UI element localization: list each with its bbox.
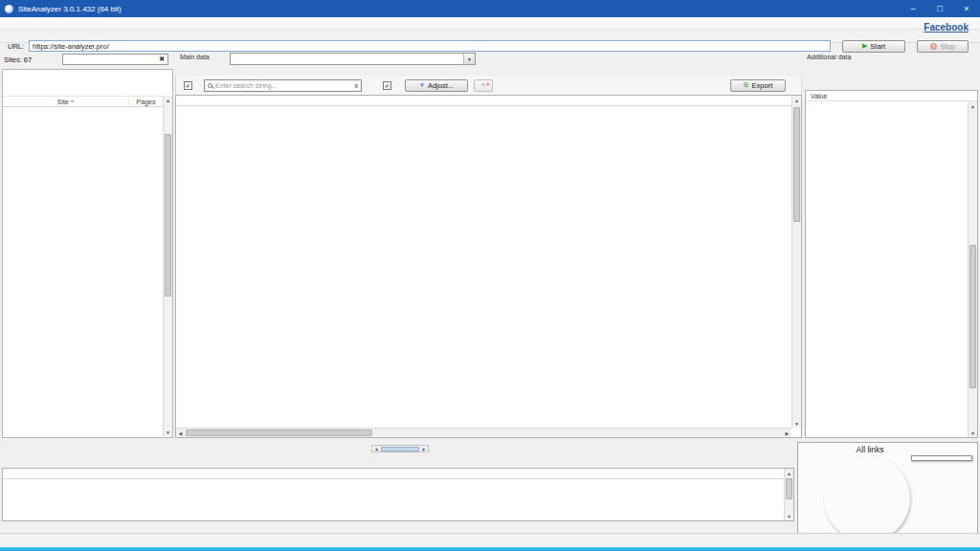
chart-panel: All links bbox=[797, 442, 978, 543]
scroll-up-icon[interactable]: ▲ bbox=[792, 96, 801, 104]
splitter-scrollbar[interactable]: ◀ ▶ bbox=[371, 445, 429, 452]
value-column-header: Value bbox=[806, 91, 977, 101]
search-enable-checkbox[interactable]: ✔ bbox=[184, 81, 192, 90]
table-search-input[interactable]: Enter search string... x bbox=[204, 79, 362, 92]
sites-count-label: Sites: 67 bbox=[4, 55, 32, 64]
export-icon: ⊞ bbox=[744, 81, 749, 89]
table-header-row bbox=[176, 96, 801, 106]
chart-title: All links bbox=[798, 445, 942, 454]
export-button[interactable]: ⊞ Export bbox=[730, 79, 786, 92]
scroll-down-icon[interactable]: ▼ bbox=[785, 512, 793, 520]
minimize-button[interactable]: – bbox=[900, 0, 926, 17]
site-list-scrollbar[interactable]: ▲ ▼ bbox=[163, 96, 172, 436]
window-title: SiteAnalyzer 3.0.1.432 (64 bit) bbox=[18, 5, 122, 13]
close-button[interactable]: × bbox=[953, 0, 980, 17]
filter-row: ✔ Enter search string... x ✔ ▼ Adjust...… bbox=[175, 76, 802, 95]
url-label: URL: bbox=[8, 42, 24, 51]
clear-filter-button[interactable]: ▼ ✖ bbox=[474, 79, 493, 92]
scroll-down-icon[interactable]: ▼ bbox=[792, 419, 801, 428]
chart-legend bbox=[911, 455, 972, 461]
play-icon: ▶ bbox=[862, 42, 867, 50]
links-table-body bbox=[3, 479, 784, 520]
scroll-down-icon[interactable]: ▼ bbox=[164, 428, 172, 436]
scroll-right-icon[interactable]: ▶ bbox=[420, 447, 428, 452]
url-input[interactable]: https://site-analyzer.pro/ bbox=[29, 40, 831, 52]
url-row: URL: https://site-analyzer.pro/ ▶ Start … bbox=[0, 39, 980, 53]
stop-button[interactable]: ✕ Stop bbox=[917, 40, 969, 53]
scroll-right-icon[interactable]: ▶ bbox=[783, 429, 791, 437]
table-body bbox=[176, 106, 791, 428]
scroll-down-icon[interactable]: ▼ bbox=[969, 429, 977, 437]
main-data-label: Main data bbox=[180, 54, 210, 60]
site-column-header[interactable]: Site ^ bbox=[3, 99, 128, 105]
maximize-button[interactable]: □ bbox=[926, 0, 953, 17]
filter-enable-checkbox[interactable]: ✔ bbox=[383, 81, 391, 90]
clear-search-icon[interactable]: x bbox=[355, 82, 359, 89]
clear-icon[interactable]: ✖ bbox=[159, 55, 165, 63]
stats-tree bbox=[806, 101, 968, 437]
main-data-tabs bbox=[175, 61, 802, 76]
stats-subtabs bbox=[805, 76, 978, 90]
menu-bar bbox=[0, 17, 980, 30]
pages-column-header[interactable]: Pages bbox=[128, 99, 163, 105]
stop-icon: ✕ bbox=[930, 43, 937, 50]
stats-scrollbar[interactable]: ▲ ▼ bbox=[968, 101, 977, 437]
pie-chart bbox=[824, 455, 910, 541]
facebook-link[interactable]: Facebook bbox=[924, 22, 969, 33]
status-bar bbox=[0, 533, 980, 547]
incoming-links-table: ▲ ▼ bbox=[2, 468, 794, 521]
window-controls: –□× bbox=[900, 0, 980, 17]
remove-filter-icon: ✖ bbox=[486, 81, 490, 87]
search-icon bbox=[208, 83, 212, 88]
funnel-icon: ▼ bbox=[419, 82, 425, 88]
additional-data-label: Additional data bbox=[807, 54, 851, 60]
table-vertical-scrollbar[interactable]: ▲ ▼ bbox=[791, 96, 801, 428]
table-horizontal-scrollbar[interactable]: ◀ ▶ bbox=[176, 428, 791, 437]
scroll-up-icon[interactable]: ▲ bbox=[785, 469, 793, 477]
site-list-header: Site ^ Pages bbox=[3, 96, 163, 107]
adjust-filter-button[interactable]: ▼ Adjust... bbox=[405, 79, 468, 92]
start-button[interactable]: ▶ Start bbox=[842, 40, 905, 53]
app-icon bbox=[5, 5, 13, 13]
links-table-header bbox=[3, 469, 793, 479]
title-bar: SiteAnalyzer 3.0.1.432 (64 bit) –□× bbox=[0, 0, 980, 17]
additional-data-tabs bbox=[805, 61, 978, 76]
progress-strip bbox=[0, 547, 980, 551]
site-list bbox=[3, 107, 163, 436]
crawl-results-table: ▲ ▼ ◀ ▶ bbox=[175, 95, 802, 438]
scroll-up-icon[interactable]: ▲ bbox=[164, 96, 172, 104]
scroll-up-icon[interactable]: ▲ bbox=[969, 101, 977, 110]
crawl-stats-panel: Value ▲ ▼ bbox=[805, 90, 978, 438]
scroll-left-icon[interactable]: ◀ bbox=[372, 447, 380, 452]
scroll-left-icon[interactable]: ◀ bbox=[176, 429, 185, 437]
site-list-panel: Site ^ Pages ▲ ▼ bbox=[2, 69, 173, 438]
site-search-input[interactable]: ✖ bbox=[62, 54, 168, 65]
links-table-scrollbar[interactable]: ▲ ▼ bbox=[784, 469, 793, 520]
